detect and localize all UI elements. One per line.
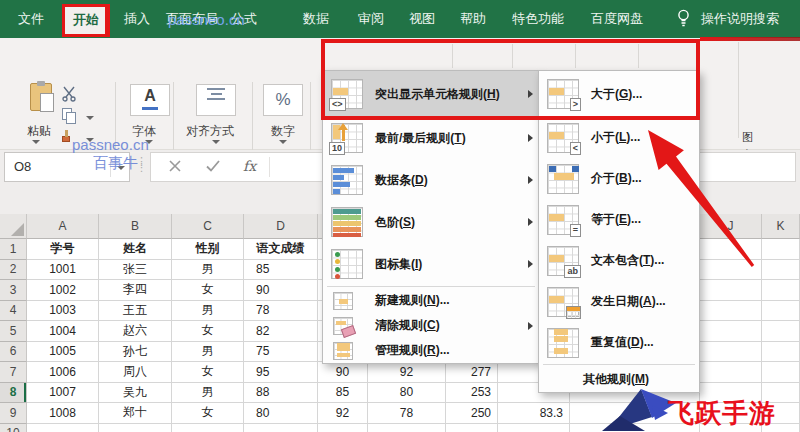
copy-button[interactable] — [62, 108, 78, 126]
cell-C7[interactable]: 女 — [172, 362, 244, 383]
name-box-caret[interactable] — [117, 166, 125, 170]
cell-K6[interactable] — [762, 342, 800, 363]
cell-C3[interactable]: 女 — [172, 280, 244, 301]
row-header-4[interactable]: 4 — [0, 301, 27, 322]
tab-formulas[interactable]: 公式 — [231, 10, 257, 28]
cell-E9[interactable]: 92 — [318, 403, 368, 424]
alignment-group-button[interactable] — [196, 84, 236, 116]
alignment-group-caret[interactable] — [212, 140, 220, 144]
cell-D9[interactable]: 80 — [244, 403, 318, 424]
row-header-8[interactable]: 8 — [0, 383, 27, 404]
cell-C6[interactable]: 男 — [172, 342, 244, 363]
cell-B7[interactable]: 周八 — [99, 362, 172, 383]
cell-G8[interactable]: 253 — [446, 383, 498, 404]
menu-item-icon-sets[interactable]: 图标集(I) — [323, 243, 539, 285]
cell-D3[interactable]: 90 — [244, 280, 318, 301]
menu-item-highlight-cells-rules[interactable]: <>突出显示单元格规则(H) — [323, 71, 539, 117]
cell-F8[interactable]: 80 — [368, 383, 446, 404]
cell-K7[interactable] — [762, 362, 800, 383]
cell-D5[interactable]: 82 — [244, 321, 318, 342]
cell-E8[interactable]: 85 — [318, 383, 368, 404]
cell-C5[interactable]: 女 — [172, 321, 244, 342]
cell-B5[interactable]: 赵六 — [99, 321, 172, 342]
cell-K9[interactable] — [762, 403, 800, 424]
column-header-K[interactable]: K — [762, 214, 800, 239]
cell-F7[interactable]: 92 — [368, 362, 446, 383]
cell-B8[interactable]: 吴九 — [99, 383, 172, 404]
tab-page-layout[interactable]: 页面布局 — [166, 10, 218, 28]
cell-D8[interactable]: 88 — [244, 383, 318, 404]
cell-A5[interactable]: 1004 — [27, 321, 99, 342]
cell-K10[interactable] — [762, 424, 800, 432]
cell-J6[interactable] — [700, 342, 762, 363]
formula-bar-resizer[interactable]: ⋮⋮ — [136, 158, 147, 170]
cell-B2[interactable]: 张三 — [99, 260, 172, 281]
row-header-1[interactable]: 1 — [0, 239, 27, 260]
format-painter-button[interactable] — [62, 136, 70, 142]
cell-E10[interactable] — [318, 424, 368, 432]
menu-item-color-scales[interactable]: 色阶(S) — [323, 201, 539, 243]
menu-item-clear-rules[interactable]: 清除规则(C) — [323, 313, 539, 338]
tab-baidu-netdisk[interactable]: 百度网盘 — [591, 10, 643, 28]
cell-B9[interactable]: 郑十 — [99, 403, 172, 424]
row-header-6[interactable]: 6 — [0, 342, 27, 363]
row-header-2[interactable]: 2 — [0, 260, 27, 281]
font-group-button[interactable]: A — [130, 84, 170, 116]
menu-item-between[interactable]: 介于(B)... — [539, 158, 699, 199]
column-header-A[interactable]: A — [27, 214, 99, 239]
cell-A9[interactable]: 1008 — [27, 403, 99, 424]
cell-J7[interactable] — [700, 362, 762, 383]
cell-B3[interactable]: 李四 — [99, 280, 172, 301]
tab-special-features[interactable]: 特色功能 — [512, 10, 564, 28]
column-header-D[interactable]: D — [244, 214, 318, 239]
cell-J8[interactable] — [700, 383, 762, 404]
column-header-B[interactable]: B — [99, 214, 172, 239]
cell-B1[interactable]: 姓名 — [99, 239, 172, 260]
cell-D7[interactable]: 95 — [244, 362, 318, 383]
cell-I10[interactable] — [570, 424, 700, 432]
cell-D4[interactable]: 78 — [244, 301, 318, 322]
menu-item-top-bottom-rules[interactable]: 10最前/最后规则(T) — [323, 117, 539, 159]
cell-G9[interactable]: 250 — [446, 403, 498, 424]
cut-button[interactable] — [62, 86, 76, 105]
menu-item-manage-rules[interactable]: 管理规则(R)... — [323, 338, 539, 363]
menu-item-date-occurring[interactable]: 发生日期(A)... — [539, 281, 699, 322]
row-header-10[interactable]: 10 — [0, 424, 27, 432]
cell-A3[interactable]: 1002 — [27, 280, 99, 301]
cell-B10[interactable] — [99, 424, 172, 432]
cell-A4[interactable]: 1003 — [27, 301, 99, 322]
cell-D6[interactable]: 75 — [244, 342, 318, 363]
tell-me-search[interactable]: 操作说明搜索 — [701, 10, 779, 28]
cell-J10[interactable] — [700, 424, 762, 432]
row-header-9[interactable]: 9 — [0, 403, 27, 424]
cell-B4[interactable]: 王五 — [99, 301, 172, 322]
cell-K8[interactable] — [762, 383, 800, 404]
menu-item-new-rule[interactable]: 新建规则(N)... — [323, 288, 539, 313]
row-header-5[interactable]: 5 — [0, 321, 27, 342]
tab-file[interactable]: 文件 — [18, 10, 44, 28]
cell-A10[interactable] — [27, 424, 99, 432]
enter-check-icon[interactable] — [206, 160, 220, 175]
cell-K3[interactable] — [762, 280, 800, 301]
cell-J9[interactable] — [700, 403, 762, 424]
menu-item-less-than[interactable]: <小于(L)... — [539, 117, 699, 158]
menu-item-greater-than[interactable]: >大于(G)... — [539, 71, 699, 117]
column-header-C[interactable]: C — [172, 214, 244, 239]
cell-D10[interactable] — [244, 424, 318, 432]
menu-item-text-contains[interactable]: ab文本包含(T)... — [539, 240, 699, 281]
cell-G7[interactable]: 277 — [446, 362, 498, 383]
cell-C8[interactable]: 男 — [172, 383, 244, 404]
row-header-3[interactable]: 3 — [0, 280, 27, 301]
cell-K1[interactable] — [762, 239, 800, 260]
paste-button[interactable] — [30, 83, 52, 111]
font-group-caret[interactable] — [145, 140, 153, 144]
paste-dropdown-caret[interactable] — [32, 140, 40, 144]
cell-H10[interactable] — [498, 424, 570, 432]
cell-C10[interactable] — [172, 424, 244, 432]
menu-item-data-bars[interactable]: 数据条(D) — [323, 159, 539, 201]
menu-item-more-rules[interactable]: 其他规则(M) — [539, 366, 699, 392]
cell-A1[interactable]: 学号 — [27, 239, 99, 260]
cell-F10[interactable] — [368, 424, 446, 432]
column-header-J[interactable]: J — [700, 214, 762, 239]
cell-A6[interactable]: 1005 — [27, 342, 99, 363]
